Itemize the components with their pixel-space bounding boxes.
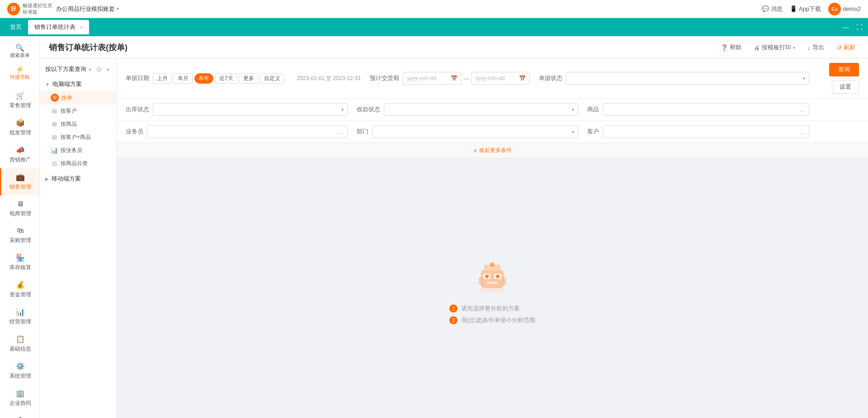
left-panel-header: 按以下方案查询 + ⊙ « bbox=[40, 62, 116, 76]
tab-bar: 首页 销售订单统计表 × — ⛶ bbox=[0, 18, 868, 36]
payment-select[interactable]: ▾ bbox=[384, 103, 579, 116]
date-btn-7days[interactable]: 近7天 bbox=[215, 73, 237, 84]
empty-tip-2: 2 用[过滤]条件来缩小分析范围 bbox=[449, 316, 535, 324]
empty-state: 1 请先选择要分析的方案 2 用[过滤]条件来缩小分析范围 bbox=[117, 158, 868, 418]
retail-icon: 🛒 bbox=[16, 91, 25, 100]
top-bar: 好 畅捷通好生意 标准版 办公用品行业模拟账套 ▾ 💬 消息 📱 App下载 E… bbox=[0, 0, 868, 18]
scheme-item-by-customer[interactable]: ⊞ 按客户 bbox=[40, 104, 116, 118]
collapse-bar[interactable]: ∧ 收起更多条件 bbox=[117, 142, 868, 158]
sidebar-sales-label: 销售管理 bbox=[9, 183, 31, 191]
scheme-group-pc: ▼ 电脑端方案 按 按单 ⊞ 按客户 ⊞ bbox=[40, 76, 116, 171]
empty-tip-1: 1 请先选择要分析的方案 bbox=[449, 304, 535, 313]
sidebar-item-finance[interactable]: 💰 资金管理 bbox=[0, 276, 39, 303]
filter-row-3: 业务员 ... 部门 ▾ bbox=[117, 121, 868, 142]
sidebar-item-operation[interactable]: 📊 经营管理 bbox=[0, 303, 39, 330]
scheme-salesman-icon: 📊 bbox=[51, 147, 58, 154]
sidebar-item-enterprise[interactable]: 🏢 企业协同 bbox=[0, 385, 39, 412]
predicted-date-end[interactable]: yyyy-mm-dd 📅 bbox=[471, 72, 530, 85]
customer-input[interactable]: ... bbox=[603, 125, 809, 138]
filter-panel: 单据日期 上月 本月 本年 近7天 更多 自定义 2023-01-01 至 20… bbox=[117, 58, 868, 158]
svg-rect-8 bbox=[502, 277, 506, 285]
sidebar-item-ecommerce[interactable]: 🖥 电商管理 bbox=[0, 195, 39, 222]
sidebar: 🔍 搜索菜单 ⚡ 快捷导航 🛒 零售管理 📦 批发管理 📣 营销推广 💼 销售管… bbox=[0, 36, 40, 418]
scheme-item-by-order[interactable]: 按 按单 bbox=[40, 91, 116, 104]
sidebar-item-newbie[interactable]: 🎓 新手引导 bbox=[0, 412, 39, 418]
delivery-select[interactable]: ▾ bbox=[153, 103, 348, 116]
scheme-item-by-salesman[interactable]: 📊 按业务员 bbox=[40, 144, 116, 157]
salesman-input[interactable]: ... bbox=[147, 125, 348, 138]
scheme-goods-icon: ⊞ bbox=[51, 121, 58, 128]
sidebar-item-inventory[interactable]: 🏪 库存核算 bbox=[0, 249, 39, 276]
status-section: 单据状态 ▾ bbox=[539, 72, 809, 85]
print-button[interactable]: 🖨 按模板打印 ▾ bbox=[750, 42, 799, 53]
sidebar-search[interactable]: 🔍 搜索菜单 bbox=[0, 40, 39, 62]
date-btn-more[interactable]: 更多 bbox=[239, 73, 258, 84]
settings-button[interactable]: 设置 bbox=[832, 80, 859, 94]
scheme-item-by-customer-goods[interactable]: ⊞ 按客户+商品 bbox=[40, 131, 116, 144]
sidebar-purchase-label: 采购管理 bbox=[9, 237, 31, 244]
date-btn-custom[interactable]: 自定义 bbox=[260, 73, 284, 84]
calendar-start-icon: 📅 bbox=[451, 75, 458, 81]
tab-home[interactable]: 首页 bbox=[4, 20, 28, 34]
svg-point-10 bbox=[490, 262, 495, 267]
inventory-icon: 🏪 bbox=[16, 253, 25, 262]
goods-input[interactable]: ... bbox=[603, 103, 809, 116]
scheme-group-pc-header[interactable]: ▼ 电脑端方案 bbox=[40, 77, 116, 91]
sidebar-finance-label: 资金管理 bbox=[9, 291, 31, 299]
svg-point-5 bbox=[496, 275, 500, 278]
left-panel: 按以下方案查询 + ⊙ « ▼ 电脑端方案 按 bbox=[40, 58, 117, 418]
message-button[interactable]: 💬 消息 bbox=[762, 5, 783, 13]
sidebar-item-basic[interactable]: 📋 基础信息 bbox=[0, 330, 39, 357]
app-download-button[interactable]: 📱 App下载 bbox=[790, 5, 821, 13]
right-content: 单据日期 上月 本月 本年 近7天 更多 自定义 2023-01-01 至 20… bbox=[117, 58, 868, 418]
predicted-date-start[interactable]: yyyy-mm-dd 📅 bbox=[403, 72, 462, 85]
sidebar-item-purchase[interactable]: 🛍 采购管理 bbox=[0, 222, 39, 249]
window-maximize-icon[interactable]: ⛶ bbox=[854, 22, 864, 33]
tab-bar-right: — ⛶ bbox=[841, 22, 864, 33]
filter-row-1: 单据日期 上月 本月 本年 近7天 更多 自定义 2023-01-01 至 20… bbox=[117, 58, 868, 99]
scheme-item-by-category[interactable]: ⊟ 按商品分类 bbox=[40, 157, 116, 170]
ecommerce-icon: 🖥 bbox=[17, 200, 24, 208]
export-icon: ↓ bbox=[808, 44, 811, 51]
scheme-item-by-goods[interactable]: ⊞ 按商品 bbox=[40, 118, 116, 131]
panel-collapse-icon[interactable]: « bbox=[105, 65, 111, 74]
avatar: Ea bbox=[828, 3, 841, 15]
left-panel-icons: + ⊙ « bbox=[87, 65, 111, 74]
enterprise-icon: 🏢 bbox=[16, 389, 25, 398]
scheme-group-mobile-header[interactable]: ▶ 移动端方案 bbox=[40, 172, 116, 185]
export-button[interactable]: ↓ 导出 bbox=[804, 42, 828, 53]
filter-row-2: 出库状态 ▾ 收款状态 ▾ bbox=[117, 99, 868, 121]
marketing-icon: 📣 bbox=[16, 146, 25, 154]
page-title: 销售订单统计表(按单) bbox=[49, 42, 127, 53]
date-btn-this-month[interactable]: 本月 bbox=[174, 73, 193, 84]
empty-tips: 1 请先选择要分析的方案 2 用[过滤]条件来缩小分析范围 bbox=[449, 304, 535, 324]
refresh-button[interactable]: ↺ 刷新 bbox=[833, 42, 859, 53]
query-button[interactable]: 查询 bbox=[829, 63, 859, 76]
tab-close-icon[interactable]: × bbox=[80, 24, 83, 30]
sidebar-item-sales[interactable]: 💼 销售管理 bbox=[0, 168, 39, 195]
add-scheme-icon[interactable]: + bbox=[87, 65, 93, 74]
date-btn-last-month[interactable]: 上月 bbox=[153, 73, 172, 84]
sidebar-marketing-label: 营销推广 bbox=[9, 156, 31, 164]
department-select[interactable]: ▾ bbox=[372, 125, 579, 138]
sidebar-item-system[interactable]: ⚙️ 系统管理 bbox=[0, 357, 39, 385]
window-minimize-icon[interactable]: — bbox=[841, 22, 851, 33]
sidebar-item-wholesale[interactable]: 📦 批发管理 bbox=[0, 114, 39, 141]
sidebar-quick-nav[interactable]: ⚡ 快捷导航 bbox=[0, 62, 39, 83]
scheme-category-label: 按商品分类 bbox=[61, 160, 88, 167]
user-menu[interactable]: Ea demo2 bbox=[828, 3, 861, 15]
date-btn-this-year[interactable]: 本年 bbox=[194, 73, 213, 84]
help-button[interactable]: ❓ 帮助 bbox=[717, 42, 745, 53]
sidebar-item-marketing[interactable]: 📣 营销推广 bbox=[0, 141, 39, 168]
calendar-end-icon: 📅 bbox=[519, 75, 526, 81]
svg-rect-7 bbox=[479, 277, 482, 285]
scheme-settings-icon[interactable]: ⊙ bbox=[95, 65, 103, 74]
sales-icon: 💼 bbox=[16, 173, 25, 181]
tab-sales-order[interactable]: 销售订单统计表 × bbox=[28, 20, 89, 34]
status-dropdown[interactable]: ▾ bbox=[566, 72, 809, 85]
app-title[interactable]: 办公用品行业模拟账套 ▾ bbox=[56, 5, 119, 13]
newbie-icon: 🎓 bbox=[16, 416, 25, 418]
department-filter: 部门 ▾ bbox=[357, 125, 579, 138]
department-label: 部门 bbox=[357, 128, 368, 136]
sidebar-item-retail[interactable]: 🛒 零售管理 bbox=[0, 87, 39, 114]
